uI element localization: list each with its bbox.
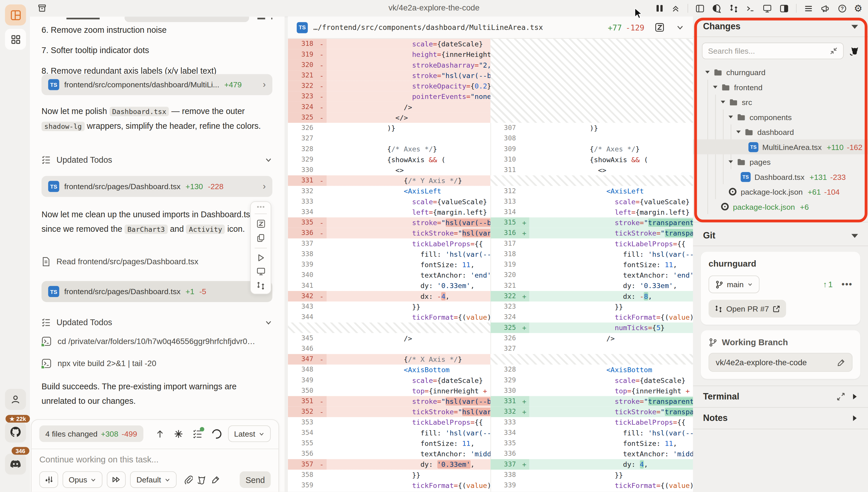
diff-line[interactable]: 331-{/* Y Axis */} — [288, 175, 491, 186]
diff-line[interactable]: 323-pointerEvents="none" — [288, 91, 491, 102]
diff-line[interactable]: 321dy: '0.33em', — [491, 280, 693, 291]
tree-folder-dashboard[interactable]: dashboard — [693, 124, 868, 139]
tree-file-package-lock.json[interactable]: package-lock.json+6 — [693, 199, 868, 214]
diff-line[interactable]: 331+stroke="transparent" — [491, 396, 693, 407]
diff-line[interactable]: 322+dx: -8, — [491, 291, 693, 301]
chevron-right-icon[interactable] — [851, 414, 858, 422]
diff-line[interactable]: 319-height={innerHeight} — [288, 49, 491, 60]
diff-line[interactable]: 354fill: 'hsl(var(--muted-foreground))', — [288, 427, 491, 438]
branch-dropdown[interactable]: main — [709, 276, 760, 293]
diff-line[interactable]: 333scale={valueScale} — [288, 196, 491, 207]
contrast-bubble-icon[interactable] — [712, 3, 722, 13]
tree-file-Dashboard.tsx[interactable]: TSDashboard.tsx+131-233 — [693, 169, 868, 184]
diff-line[interactable]: 316+tickStroke="transparent" — [491, 228, 693, 239]
discord-button[interactable] — [5, 454, 26, 474]
diff-line[interactable]: 348<AxisBottom — [288, 365, 491, 375]
diff-line[interactable]: 307)} — [491, 123, 693, 133]
diff-line[interactable]: 350top={innerHeight + margin.top} — [288, 386, 491, 396]
search-files-input[interactable]: Search files... — [702, 43, 844, 59]
terminal-icon[interactable] — [746, 3, 755, 13]
diff-line[interactable]: 358}} — [288, 470, 491, 480]
diff-line[interactable]: 326)} — [288, 123, 491, 133]
terminal-section-header[interactable]: Terminal — [693, 386, 868, 407]
diff-line[interactable]: 328{/* Axes */} — [288, 144, 491, 154]
tree-file-package-lock.json[interactable]: package-lock.json+61-104 — [693, 184, 868, 199]
diff-line[interactable]: 329{showAxis && ( — [288, 154, 491, 165]
diff-line[interactable]: 335-stroke="hsl(var(--border))" — [288, 217, 491, 228]
diff-line[interactable]: 311<> — [491, 165, 693, 175]
pause-icon[interactable] — [655, 4, 664, 13]
diff-line[interactable]: 338}} — [491, 470, 693, 480]
fast-forward-button[interactable] — [107, 471, 126, 488]
diff-line[interactable]: 334left={margin.left} — [288, 207, 491, 217]
collapse-caret-icon[interactable] — [851, 25, 858, 28]
diff-line[interactable]: 355fontSize: 11, — [288, 438, 491, 448]
read-file-row[interactable]: Read frontend/src/pages/Dashboard.tsx — [42, 257, 272, 267]
diff-line[interactable]: 324tickFormat={(value) — [491, 312, 693, 322]
attach-icon[interactable] — [184, 475, 193, 484]
tree-folder-frontend[interactable]: frontend — [693, 80, 868, 95]
terminal-command-row[interactable]: npx vite build 2>&1 | tail -20 — [42, 359, 272, 368]
diff-line[interactable]: 317tickLabelProps={{ — [491, 239, 693, 249]
diff-line[interactable]: 329scale={dateScale} — [491, 375, 693, 386]
collapse-tree-icon[interactable] — [830, 47, 838, 55]
pen-icon[interactable] — [211, 475, 220, 484]
cat-icon[interactable] — [849, 45, 860, 56]
diff-line[interactable]: 353tickLabelProps={{ — [288, 417, 491, 427]
diff-line[interactable]: 352-tickStroke="hsl(var(--border))" — [288, 407, 491, 417]
spark-icon[interactable] — [173, 429, 183, 438]
diff-line[interactable]: 339fontSize: 11, — [288, 259, 491, 270]
caret-down-icon[interactable] — [728, 116, 733, 119]
mode-dropdown[interactable]: Default — [130, 471, 177, 488]
tree-folder-churnguard[interactable]: churnguard — [693, 65, 868, 79]
grid-view-button[interactable] — [5, 29, 26, 50]
caret-down-icon[interactable] — [705, 71, 709, 74]
megaphone-icon[interactable] — [820, 3, 830, 13]
collapse-caret-icon[interactable] — [851, 234, 858, 238]
tree-folder-pages[interactable]: pages — [693, 154, 868, 169]
diff-line[interactable]: 330<> — [288, 165, 491, 175]
diff-line[interactable]: 326/> — [491, 333, 693, 343]
diff-line[interactable]: 318-scale={dateScale} — [288, 39, 491, 49]
diff-line[interactable]: 333tickLabelProps={{ — [491, 417, 693, 427]
diff-line[interactable]: 344tickFormat={(value) — [288, 312, 491, 322]
diff-line[interactable]: 320-strokeDasharray="2,4" — [288, 60, 491, 70]
edit-pencil-icon[interactable] — [837, 358, 845, 367]
diff-line[interactable]: 335fontSize: 11, — [491, 438, 693, 448]
scroll-up-icon[interactable] — [155, 429, 164, 438]
diff-file-header[interactable]: TS …/frontend/src/components/dashboard/M… — [288, 17, 693, 39]
expand-icon[interactable] — [837, 393, 845, 401]
profile-button[interactable] — [5, 389, 26, 410]
notes-section-header[interactable]: Notes — [693, 408, 868, 428]
panel-left-icon[interactable] — [695, 3, 705, 13]
diff-line[interactable]: 332<AxisLeft — [288, 186, 491, 196]
file-change-chip-dashboard[interactable]: TS frontend/src/pages/Dashboard.tsx +130… — [42, 176, 272, 197]
version-dropdown[interactable]: Latest — [228, 425, 271, 442]
file-change-chip-multilinearea[interactable]: TS frontend/src/components/dashboard/Mul… — [42, 74, 272, 95]
diff-line[interactable]: 337+dy: 4, — [491, 459, 693, 470]
updated-todos-row[interactable]: Updated Todos — [42, 155, 272, 164]
chevron-down-icon[interactable] — [264, 156, 272, 164]
diff-line[interactable]: 342-dx: -4, — [288, 291, 491, 301]
diff-line[interactable]: 341dy: '0.33em', — [288, 280, 491, 291]
diff-line[interactable]: 313scale={valueScale} — [491, 196, 693, 207]
diff-line[interactable]: 349scale={dateScale} — [288, 375, 491, 386]
diff-line[interactable]: 314left={margin.left} — [491, 207, 693, 217]
caret-down-icon[interactable] — [736, 130, 741, 133]
terminal-command-row[interactable]: cd /private/var/folders/10/h7w0q46556ggr… — [42, 336, 272, 346]
diff-line[interactable]: 356textAnchor: 'middle', — [288, 448, 491, 459]
diff-line[interactable]: 319fontSize: 11, — [491, 259, 693, 270]
git-compare-icon[interactable] — [729, 3, 738, 13]
diff-line[interactable]: 327 — [288, 133, 491, 144]
diff-line[interactable]: 340textAnchor: 'end', — [288, 270, 491, 280]
diff-line[interactable]: 332+tickStroke="transparent" — [491, 407, 693, 417]
diff-line[interactable]: 315+stroke="transparent" — [491, 217, 693, 228]
tree-file-MultiLineArea.tsx[interactable]: TSMultiLineArea.tsx+110-162 — [693, 140, 868, 154]
diff-line[interactable]: 321-stroke="hsl(var(--border))" — [288, 70, 491, 81]
diff-line[interactable]: 345/> — [288, 333, 491, 343]
diff-line[interactable]: 336textAnchor: 'middle', — [491, 448, 693, 459]
diff-line[interactable]: 359tickFormat={(value) — [288, 480, 491, 491]
chevron-right-icon[interactable] — [851, 393, 858, 401]
diff-line[interactable]: 357-dy: '0.33em', — [288, 459, 491, 470]
files-changed-chip[interactable]: 4 files changed +308 -499 — [39, 425, 143, 442]
